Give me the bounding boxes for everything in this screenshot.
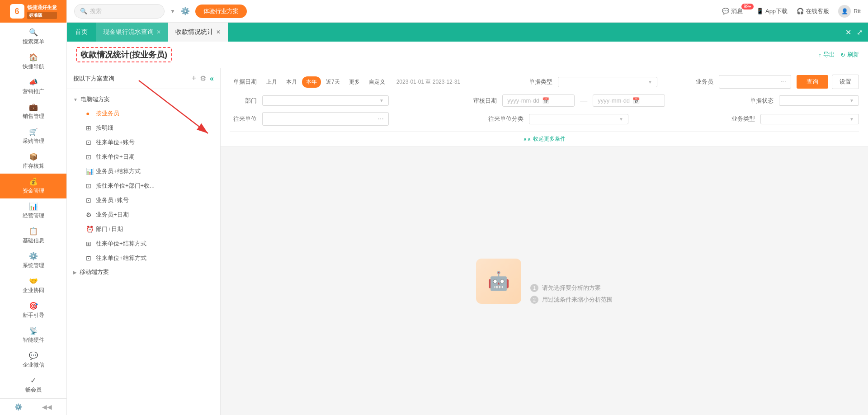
scheme-item-unit-settle2[interactable]: ⊡ 往来单位+结算方式 bbox=[73, 251, 220, 265]
close-window-icon[interactable]: ✕ bbox=[845, 28, 851, 37]
settings-bottom-icon[interactable]: ⚙️ bbox=[14, 403, 22, 410]
salesperson-dots-icon[interactable]: ··· bbox=[780, 78, 786, 86]
sidebar-item-guide[interactable]: 🎯 新手引导 bbox=[0, 298, 66, 323]
trial-button[interactable]: 体验行业方案 bbox=[195, 5, 247, 18]
purchase-icon: 🛒 bbox=[29, 127, 38, 136]
salesperson-account-icon: ⊡ bbox=[86, 197, 93, 204]
date-btn-7days[interactable]: 近7天 bbox=[322, 76, 344, 88]
tab-home-label: 首页 bbox=[75, 28, 88, 36]
tab-receipt[interactable]: 收款情况统计 ✕ bbox=[168, 23, 228, 42]
query-button[interactable]: 查询 bbox=[797, 75, 828, 89]
scheme-item-salesperson-settle[interactable]: 📊 业务员+结算方式 bbox=[73, 164, 220, 179]
scheme-item-salesperson[interactable]: ● 按业务员 bbox=[73, 106, 220, 121]
search-input-area[interactable]: 🔍 搜索 bbox=[74, 4, 165, 19]
doc-type-select[interactable]: ▼ bbox=[558, 77, 657, 87]
unit-settle2-icon: ⊡ bbox=[86, 255, 93, 262]
scheme-group-mobile-title[interactable]: ▶ 移动端方案 bbox=[67, 265, 220, 279]
page-area: 收款情况统计(按业务员) ↑ 导出 ↻ 刷新 按以下方案查询 + ⚙ bbox=[67, 42, 868, 415]
date-btn-last-month[interactable]: 上月 bbox=[262, 76, 281, 88]
sidebar-item-label: 企业协同 bbox=[23, 287, 44, 294]
sidebar-item-label: 系统管理 bbox=[23, 262, 44, 269]
tab-bank[interactable]: 现金银行流水查询 ✕ bbox=[96, 23, 168, 42]
sidebar-item-member[interactable]: ✓ 畅会员 bbox=[0, 373, 66, 397]
export-icon: ↑ bbox=[819, 52, 822, 58]
refresh-icon: ↻ bbox=[840, 52, 845, 58]
scheme-item-label: 业务员+结算方式 bbox=[96, 167, 141, 175]
unit-dept-receipt-icon: ⊡ bbox=[86, 182, 93, 189]
date-btn-more[interactable]: 更多 bbox=[345, 76, 364, 88]
sidebar-item-basic[interactable]: 📋 基础信息 bbox=[0, 223, 66, 248]
tab-close-icon[interactable]: ✕ bbox=[216, 29, 221, 35]
date-btn-this-month[interactable]: 本月 bbox=[282, 76, 301, 88]
scheme-group-label: 移动端方案 bbox=[80, 268, 109, 276]
headset-icon: 🎧 bbox=[797, 8, 804, 14]
scheme-item-salesperson-date[interactable]: ⚙ 业务员+日期 bbox=[73, 208, 220, 222]
export-button[interactable]: ↑ 导出 bbox=[819, 51, 835, 59]
scheme-item-label: 业务员+账号 bbox=[96, 196, 129, 204]
sidebar-item-quicknav[interactable]: 🏠 快捷导航 bbox=[0, 49, 66, 74]
salesperson-select[interactable]: ··· bbox=[719, 75, 791, 89]
scheme-item-label: 按往来单位+部门+收... bbox=[96, 182, 155, 190]
sidebar-item-sales[interactable]: 💼 销售管理 bbox=[0, 99, 66, 124]
scheme-item-salesperson-account[interactable]: ⊡ 业务员+账号 bbox=[73, 193, 220, 208]
scheme-group-mobile: ▶ 移动端方案 bbox=[67, 265, 220, 279]
sidebar-item-operations[interactable]: 📊 经营管理 bbox=[0, 198, 66, 223]
online-service-action[interactable]: 🎧 在线客服 bbox=[797, 7, 829, 15]
biz-type-select[interactable]: ▼ bbox=[760, 114, 859, 124]
unit-dots-icon[interactable]: ··· bbox=[378, 115, 384, 123]
scheme-item-detail[interactable]: ⊞ 按明细 bbox=[73, 121, 220, 135]
unit-category-select[interactable]: ▼ bbox=[529, 114, 628, 124]
dept-label: 部门 bbox=[230, 97, 257, 105]
dept-select[interactable]: ▼ bbox=[262, 95, 389, 106]
scheme-item-unit-dept-receipt[interactable]: ⊡ 按往来单位+部门+收... bbox=[73, 179, 220, 193]
sidebar-item-inventory[interactable]: 📦 库存核算 bbox=[0, 149, 66, 174]
sidebar-item-marketing[interactable]: 📣 营销推广 bbox=[0, 74, 66, 99]
sidebar-item-finance[interactable]: 💰 资金管理 bbox=[0, 174, 66, 198]
unit-settle1-icon: ⊞ bbox=[86, 240, 93, 247]
scheme-item-label: 往来单位+结算方式 bbox=[96, 254, 146, 262]
app-download-action[interactable]: 📱 App下载 bbox=[756, 7, 788, 15]
refresh-button[interactable]: ↻ 刷新 bbox=[840, 51, 859, 59]
expand-arrow-icon: ▼ bbox=[73, 97, 78, 102]
tab-close-icon[interactable]: ✕ bbox=[156, 29, 161, 35]
export-label: 导出 bbox=[823, 51, 835, 59]
unit-select[interactable]: ··· bbox=[262, 112, 389, 126]
scheme-item-label: 往来单位+日期 bbox=[96, 153, 135, 161]
scheme-item-unit-account[interactable]: ⊡ 往来单位+账号 bbox=[73, 135, 220, 150]
user-area[interactable]: 👤 Rit bbox=[838, 5, 861, 18]
search-icon: 🔍 bbox=[80, 8, 87, 14]
audit-end-date[interactable]: yyyy-mm-dd 📅 bbox=[593, 94, 665, 107]
doc-status-select[interactable]: ▼ bbox=[779, 95, 859, 106]
scheme-item-unit-date[interactable]: ⊡ 往来单位+日期 bbox=[73, 150, 220, 164]
maximize-icon[interactable]: ⤢ bbox=[857, 28, 863, 37]
settings-icon[interactable]: ⚙️ bbox=[181, 7, 190, 15]
date-btn-custom[interactable]: 自定义 bbox=[365, 76, 389, 88]
date-btn-this-year[interactable]: 本年 bbox=[302, 76, 321, 88]
sidebar-item-corp[interactable]: 🤝 企业协同 bbox=[0, 273, 66, 298]
unit-date-icon: ⊡ bbox=[86, 153, 93, 160]
sidebar-item-wechat[interactable]: 💬 企业微信 bbox=[0, 348, 66, 373]
dropdown-arrow-icon[interactable]: ▼ bbox=[170, 8, 175, 14]
member-icon: ✓ bbox=[30, 376, 36, 385]
scheme-collapse-icon[interactable]: « bbox=[210, 75, 214, 83]
messages-action[interactable]: 💬 消息 99+ bbox=[722, 7, 747, 15]
sidebar-item-system[interactable]: ⚙️ 系统管理 bbox=[0, 248, 66, 273]
content-area: 按以下方案查询 + ⚙ « ▼ 电脑端方案 ● bbox=[67, 68, 868, 415]
audit-start-date[interactable]: yyyy-mm-dd 📅 bbox=[502, 94, 575, 107]
filter-action-buttons: 查询 设置 bbox=[797, 75, 859, 89]
scheme-group-pc-title[interactable]: ▼ 电脑端方案 bbox=[67, 93, 220, 106]
add-scheme-button[interactable]: + bbox=[192, 74, 197, 83]
sidebar-item-search[interactable]: 🔍 搜索菜单 bbox=[0, 24, 66, 49]
scheme-item-unit-settle1[interactable]: ⊞ 往来单位+结算方式 bbox=[73, 236, 220, 251]
empty-state: 🤖 1 请先选择要分析的方案 2 用过滤条件来缩小分析范围 bbox=[221, 147, 868, 415]
sidebar-item-purchase[interactable]: 🛒 采购管理 bbox=[0, 124, 66, 149]
scheme-item-dept-date[interactable]: ⏰ 部门+日期 bbox=[73, 222, 220, 236]
scheme-settings-icon[interactable]: ⚙ bbox=[200, 74, 206, 83]
tab-home[interactable]: 首页 bbox=[67, 23, 96, 42]
collapse-sidebar-icon[interactable]: ◀◀ bbox=[42, 403, 52, 410]
filter-settings-button[interactable]: 设置 bbox=[832, 75, 859, 89]
collapse-bar[interactable]: ∧∧ 收起更多条件 bbox=[230, 131, 859, 146]
filter-row-3: 往来单位 ··· 往来单位分类 ▼ 业务类型 bbox=[230, 112, 859, 126]
sidebar-item-hardware[interactable]: 📡 智能硬件 bbox=[0, 323, 66, 348]
doc-status-chevron-icon: ▼ bbox=[849, 98, 854, 103]
